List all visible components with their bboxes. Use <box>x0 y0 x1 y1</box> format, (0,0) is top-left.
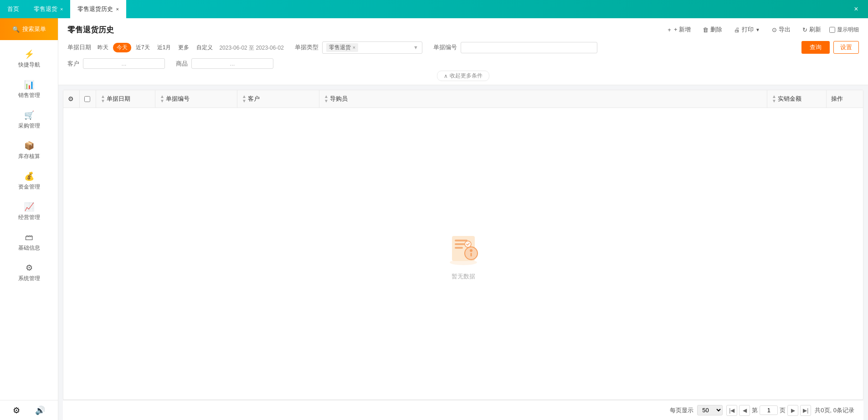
tab-home[interactable]: 首页 <box>0 0 26 18</box>
th-guide[interactable]: ▲▼ 导购员 <box>319 90 767 108</box>
pagination-bar: 每页显示 50 10 20 100 |◀ ◀ 第 页 ▶ ▶| 共0页, 0条记… <box>63 400 863 420</box>
filter-row-1: 单据日期 昨天 今天 近7天 近1月 更多 自定义 2023-06-02 至 2… <box>67 41 859 54</box>
date-opt-7days[interactable]: 近7天 <box>133 43 153 52</box>
product-label: 商品 <box>176 60 188 68</box>
svg-rect-2 <box>455 240 467 241</box>
sidebar-item-sales[interactable]: 📊 销售管理 <box>0 74 58 105</box>
finance-icon: 💰 <box>24 171 34 181</box>
show-detail-label: 显示明细 <box>837 26 859 34</box>
th-amount-label: 实销金额 <box>778 95 801 103</box>
top-bar-right: × <box>852 5 868 14</box>
sidebar-item-quick-nav[interactable]: ⚡ 快捷导航 <box>0 44 58 74</box>
sidebar-item-operations[interactable]: 📈 经营管理 <box>0 196 58 227</box>
tab-retail-return-history-close[interactable]: × <box>116 6 118 12</box>
sidebar-search-button[interactable]: 🔍 搜索菜单 <box>0 18 58 40</box>
page-unit: 页 <box>780 406 786 415</box>
collapse-label: 收起更多条件 <box>450 72 483 80</box>
first-page-button[interactable]: |◀ <box>726 405 737 416</box>
th-customer-sort-icon: ▲▼ <box>242 94 247 103</box>
sidebar-item-label: 库存核算 <box>18 153 40 160</box>
tab-list: 首页 零售退货 × 零售退货历史 × <box>0 0 852 18</box>
collapse-row: ∧ 收起更多条件 <box>67 69 859 85</box>
date-opt-more[interactable]: 更多 <box>175 43 192 52</box>
select-all-checkbox[interactable] <box>84 96 90 102</box>
show-detail-checkbox[interactable]: 显示明细 <box>829 26 859 34</box>
top-bar: 首页 零售退货 × 零售退货历史 × × <box>0 0 868 18</box>
audio-icon[interactable]: 🔊 <box>35 405 45 415</box>
delete-button[interactable]: 🗑 删除 <box>699 24 726 36</box>
filter-row-2: 客户 ... 商品 ... <box>67 58 859 69</box>
tab-retail-return-history[interactable]: 零售退货历史 × <box>70 0 126 18</box>
date-opt-custom[interactable]: 自定义 <box>194 43 216 52</box>
th-date-sort-icon: ▲▼ <box>101 94 105 103</box>
th-checkbox[interactable] <box>80 90 96 108</box>
toolbar: + + 新增 🗑 删除 🖨 打印 ▼ ⊙ 导出 <box>664 24 859 36</box>
setting-button[interactable]: 设置 <box>833 41 859 54</box>
bill-no-input[interactable] <box>461 42 597 53</box>
th-amount[interactable]: ▲▼ 实销金额 <box>767 90 827 108</box>
last-page-button[interactable]: ▶| <box>800 405 811 416</box>
sidebar-item-inventory[interactable]: 📦 库存核算 <box>0 135 58 166</box>
product-select-button[interactable]: ... <box>191 58 273 69</box>
date-opt-yesterday[interactable]: 昨天 <box>95 43 111 52</box>
date-range-display: 2023-06-02 至 2023-06-02 <box>219 44 283 52</box>
sidebar-item-purchase[interactable]: 🛒 采购管理 <box>0 105 58 135</box>
basic-info-icon: 🗃 <box>24 232 34 242</box>
prev-page-button[interactable]: ◀ <box>739 405 750 416</box>
print-icon: 🖨 <box>734 26 740 33</box>
quick-nav-icon: ⚡ <box>24 49 34 59</box>
customer-select-button[interactable]: ... <box>83 58 165 69</box>
date-opt-1month[interactable]: 近1月 <box>154 43 174 52</box>
sidebar-item-system[interactable]: ⚙ 系统管理 <box>0 257 58 288</box>
tab-retail-return-close[interactable]: × <box>60 6 63 12</box>
table-header: ⚙ ▲▼ 单据日期 ▲▼ 单据编号 ▲▼ 客户 ▲▼ <box>63 90 863 108</box>
customer-ellipsis: ... <box>122 60 127 67</box>
refresh-button[interactable]: ↻ 刷新 <box>799 24 825 36</box>
page-number-input[interactable] <box>760 405 778 415</box>
tab-home-label: 首页 <box>7 5 19 13</box>
page-header: 零售退货历史 + + 新增 🗑 删除 🖨 打印 ▼ <box>58 18 868 85</box>
product-ellipsis: ... <box>230 60 235 67</box>
filter-area: 单据日期 昨天 今天 近7天 近1月 更多 自定义 2023-06-02 至 2… <box>67 41 859 85</box>
collapse-button[interactable]: ∧ 收起更多条件 <box>437 71 489 81</box>
th-action-label: 操作 <box>831 95 843 103</box>
tab-retail-return-history-label: 零售退货历史 <box>77 5 113 13</box>
th-bill-no-sort-icon: ▲▼ <box>160 94 164 103</box>
empty-illustration <box>443 227 484 268</box>
th-settings[interactable]: ⚙ <box>63 90 80 108</box>
bill-type-tag-close[interactable]: × <box>353 45 355 50</box>
tab-retail-return[interactable]: 零售退货 × <box>26 0 70 18</box>
sidebar-item-basic-info[interactable]: 🗃 基础信息 <box>0 227 58 257</box>
query-button[interactable]: 查询 <box>801 41 830 54</box>
next-page-button[interactable]: ▶ <box>787 405 798 416</box>
th-guide-label: 导购员 <box>330 95 348 103</box>
window-close-button[interactable]: × <box>852 5 861 14</box>
inventory-icon: 📦 <box>24 141 34 151</box>
print-button[interactable]: 🖨 打印 ▼ <box>730 24 764 36</box>
search-icon: 🔍 <box>12 26 20 33</box>
new-button[interactable]: + + 新增 <box>664 24 694 36</box>
page-label: 第 <box>752 406 758 415</box>
sidebar-item-label: 系统管理 <box>18 275 40 282</box>
th-date[interactable]: ▲▼ 单据日期 <box>96 90 155 108</box>
show-detail-input[interactable] <box>829 27 835 33</box>
export-button[interactable]: ⊙ 导出 <box>768 24 794 36</box>
customer-label: 客户 <box>67 60 79 68</box>
bill-type-select[interactable]: 零售退货 × ▼ <box>322 41 422 54</box>
th-bill-no[interactable]: ▲▼ 单据编号 <box>155 90 237 108</box>
print-arrow-icon: ▼ <box>755 27 760 32</box>
export-icon: ⊙ <box>772 26 777 33</box>
th-customer[interactable]: ▲▼ 客户 <box>237 90 319 108</box>
per-page-select[interactable]: 50 10 20 100 <box>697 405 723 415</box>
settings-icon[interactable]: ⚙ <box>13 405 20 415</box>
sidebar-item-finance[interactable]: 💰 资金管理 <box>0 166 58 196</box>
refresh-icon: ↻ <box>802 26 807 33</box>
page-title: 零售退货历史 <box>67 25 114 35</box>
bill-type-label: 单据类型 <box>295 43 318 51</box>
date-opt-today[interactable]: 今天 <box>113 43 131 52</box>
operations-icon: 📈 <box>24 202 34 212</box>
th-bill-no-label: 单据编号 <box>166 95 190 103</box>
th-guide-sort-icon: ▲▼ <box>324 94 329 103</box>
total-records-label: 共0页, 0条记录 <box>815 406 854 415</box>
date-filter-label: 单据日期 <box>67 43 91 51</box>
